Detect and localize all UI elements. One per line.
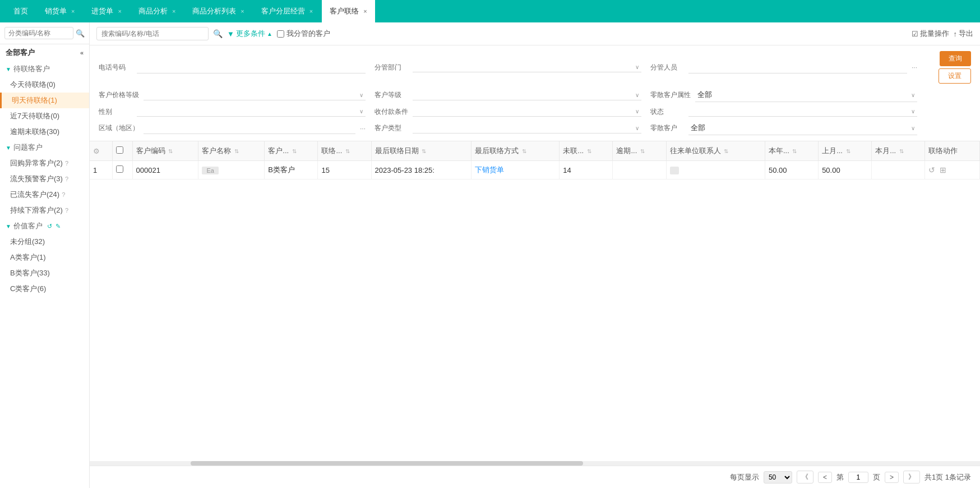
nav-product-analysis-list[interactable]: 商品分析列表 × [184, 0, 252, 22]
nav-customer-contact[interactable]: 客户联络 × [322, 0, 375, 22]
gender-select[interactable]: ∨ [137, 107, 366, 117]
nav-product-analysis-close[interactable]: × [172, 8, 175, 15]
export-label: 导出 [959, 29, 973, 39]
per-page-select[interactable]: 50 100 200 [764, 471, 792, 484]
dept-filter-select[interactable]: ∨ [413, 62, 641, 72]
nav-sales-order[interactable]: 销货单 × [37, 0, 82, 22]
sidebar-item-declining[interactable]: 持续下滑客户(2) ? [0, 202, 89, 218]
retail-attr-select[interactable]: 全部 ∨ [695, 88, 917, 102]
status-select[interactable]: ∨ [688, 107, 917, 117]
scrollbar-thumb[interactable] [191, 461, 583, 466]
my-customers-checkbox[interactable] [277, 30, 284, 38]
nav-purchase-order[interactable]: 进货单 × [84, 0, 129, 22]
filter-more-conditions-button[interactable]: ▼ 更多条件 ▲ [227, 29, 272, 39]
export-button[interactable]: ↑ 导出 [954, 29, 974, 39]
cell-customer-code: 000021 [132, 161, 198, 179]
person-filter-input[interactable] [688, 62, 907, 73]
last-month-sort-icon[interactable]: ⇅ [846, 148, 850, 154]
type-sort-icon[interactable]: ⇅ [292, 148, 297, 154]
nav-contact-close[interactable]: × [363, 8, 367, 15]
prev-page-button[interactable]: < [818, 472, 832, 483]
cell-this-month [872, 161, 925, 179]
sidebar-item-7days-contact[interactable]: 近7天待联络(0) [0, 108, 89, 124]
nav-seg-close[interactable]: × [309, 8, 313, 15]
sidebar-item-churned[interactable]: 已流失客户(24) ? [0, 187, 89, 202]
name-sort-icon[interactable]: ⇅ [234, 148, 239, 154]
page-input[interactable] [848, 472, 868, 483]
sidebar-search-icon[interactable]: 🔍 [76, 29, 85, 38]
sidebar-item-a-class[interactable]: A类客户(1) [0, 250, 89, 265]
uncontacted-sort-icon[interactable]: ⇅ [587, 148, 591, 154]
grid-action-icon[interactable]: ⊞ [940, 165, 946, 174]
churn-warning-help-icon[interactable]: ? [65, 176, 68, 182]
phone-filter-input[interactable] [137, 62, 366, 73]
filter-search-input[interactable] [96, 27, 209, 40]
nav-product-list-label: 商品分析列表 [192, 6, 236, 16]
last-page-button[interactable]: 》 [903, 471, 920, 484]
cell-last-contact-method: 下销货单 [471, 161, 560, 179]
person-filter-label: 分管人员 [650, 63, 684, 72]
person-sort-icon[interactable]: ⇅ [724, 148, 728, 154]
abnormal-help-icon[interactable]: ? [65, 160, 68, 167]
date-sort-icon[interactable]: ⇅ [422, 148, 426, 154]
all-customers-label: 全部客户 [6, 48, 35, 58]
price-level-select[interactable]: ∨ [144, 90, 366, 100]
customer-level-select[interactable]: ∨ [413, 90, 641, 100]
th-actions: 联络动作 [925, 141, 980, 161]
sidebar-item-overdue-contact[interactable]: 逾期未联络(30) [0, 124, 89, 140]
contact-person-masked [670, 167, 679, 174]
first-page-button[interactable]: 《 [797, 471, 813, 484]
value-group-refresh-icon[interactable]: ↺ [47, 223, 52, 230]
my-customers-checkbox-label[interactable]: 我分管的客户 [277, 29, 330, 39]
payment-select[interactable]: ∨ [413, 107, 641, 117]
sidebar-item-today-contact[interactable]: 今天待联络(0) [0, 77, 89, 93]
filter-bar: 🔍 ▼ 更多条件 ▲ 我分管的客户 ☑ 批量操作 ↑ 导出 [90, 22, 980, 45]
customer-type-select[interactable]: ∨ [413, 123, 641, 133]
person-more-dots[interactable]: ··· [912, 63, 917, 71]
payment-chevron-icon: ∨ [635, 108, 639, 114]
batch-operation-button[interactable]: ☑ 批量操作 [912, 29, 949, 39]
filter-search-button[interactable]: 🔍 [213, 29, 223, 38]
region-filter-input[interactable] [144, 122, 355, 134]
nav-sales-close[interactable]: × [71, 8, 75, 15]
code-sort-icon[interactable]: ⇅ [168, 148, 173, 154]
retail-customer-select[interactable]: 全部 ∨ [688, 121, 917, 135]
select-all-checkbox[interactable] [116, 146, 123, 154]
sidebar-item-ungrouped[interactable]: 未分组(32) [0, 234, 89, 250]
gender-label: 性别 [99, 107, 132, 117]
next-page-button[interactable]: > [885, 472, 899, 483]
nav-home[interactable]: 首页 [6, 0, 36, 22]
method-sort-icon[interactable]: ⇅ [522, 148, 526, 154]
value-group-edit-icon[interactable]: ✎ [56, 223, 61, 230]
churned-help-icon[interactable]: ? [62, 191, 65, 198]
refresh-action-icon[interactable]: ↺ [928, 165, 935, 174]
region-more-dots[interactable]: ··· [360, 125, 366, 132]
sidebar-collapse-icon[interactable]: « [80, 49, 84, 56]
sidebar-item-abnormal[interactable]: 回购异常客户(2) ? [0, 155, 89, 171]
payment-label: 收付款条件 [375, 107, 408, 117]
sidebar-item-c-class[interactable]: C类客户(6) [0, 281, 89, 297]
settings-icon[interactable]: ⚙ [93, 147, 100, 155]
churn-warning-label: 流失预警客户(3) [10, 174, 63, 184]
nav-customer-segmentation[interactable]: 客户分层经营 × [253, 0, 321, 22]
row-checkbox[interactable] [116, 165, 123, 173]
settings-button[interactable]: 设置 [939, 68, 971, 84]
query-button[interactable]: 查询 [940, 51, 971, 66]
sidebar-item-churn-warning[interactable]: 流失预警客户(3) ? [0, 171, 89, 187]
sidebar-problem-group: ▼ 问题客户 [0, 140, 89, 155]
nav-purchase-close[interactable]: × [118, 8, 121, 15]
contact-count-sort-icon[interactable]: ⇅ [345, 148, 350, 154]
nav-home-label: 首页 [13, 6, 28, 16]
sidebar-item-tomorrow-contact[interactable]: 明天待联络(1) [0, 93, 89, 108]
this-month-sort-icon[interactable]: ⇅ [899, 148, 904, 154]
dept-chevron-icon: ∨ [635, 64, 639, 70]
nav-product-analysis[interactable]: 商品分析 × [131, 0, 183, 22]
declining-help-icon[interactable]: ? [65, 207, 68, 214]
this-year-sort-icon[interactable]: ⇅ [792, 148, 797, 154]
sidebar-item-b-class[interactable]: B类客户(33) [0, 265, 89, 281]
overdue-sort-icon[interactable]: ⇅ [640, 148, 645, 154]
nav-product-list-close[interactable]: × [241, 8, 244, 15]
horizontal-scrollbar[interactable] [90, 461, 980, 466]
sidebar-search-input[interactable] [4, 27, 73, 39]
last-contact-method-link[interactable]: 下销货单 [475, 165, 504, 174]
